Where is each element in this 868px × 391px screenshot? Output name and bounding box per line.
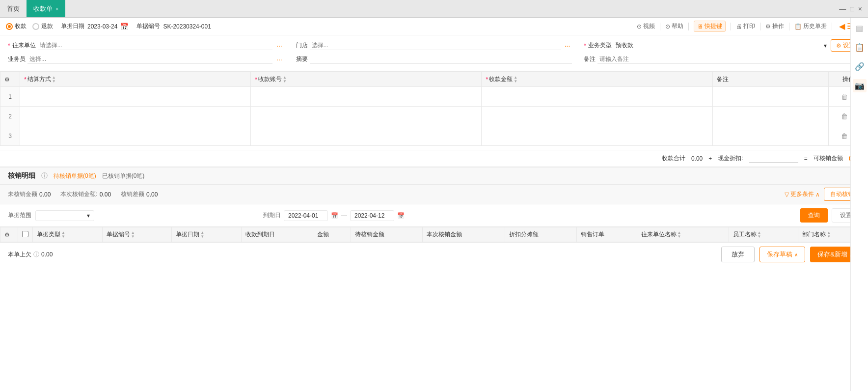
right-panel-table-icon[interactable]: ▤ — [854, 22, 865, 35]
note-input[interactable] — [597, 55, 860, 64]
date-to-calendar-icon[interactable]: 📅 — [397, 212, 405, 219]
operate-btn[interactable]: ⚙ 操作 — [765, 22, 784, 30]
video-btn[interactable]: ⊙ 视频 — [637, 22, 655, 30]
row-3-delete-icon[interactable]: 🗑 — [841, 132, 848, 140]
query-btn[interactable]: 查询 — [800, 208, 828, 223]
stat-diff-value: 0.00 — [146, 191, 158, 198]
tab-active[interactable]: 收款单 × — [27, 0, 65, 17]
table-settings-icon[interactable]: ⚙ — [4, 76, 10, 83]
discard-button[interactable]: 放弃 — [721, 247, 755, 262]
wth-checkbox[interactable] — [18, 227, 33, 242]
print-btn[interactable]: 🖨 打印 — [736, 22, 755, 30]
date-to-input[interactable] — [350, 210, 394, 221]
salesperson-more-btn[interactable]: ··· — [274, 56, 284, 63]
tab-close-icon[interactable]: × — [55, 6, 58, 12]
date-value[interactable]: 2023-03-24 — [87, 23, 117, 30]
select-all-checkbox[interactable] — [22, 231, 28, 237]
summary-row: 收款合计 0.00 + 现金折扣: = 可核销金额 0.00 — [0, 150, 868, 167]
more-conditions-btn[interactable]: ▽ 更多条件 ∧ — [785, 190, 820, 198]
settings-gear-icon: ⚙ — [836, 42, 841, 49]
stat-current-label: 本次核销金额: — [60, 190, 97, 198]
main-content: 收款 退款 单据日期 2023-03-24 📅 单据编号 SK-20230324… — [0, 18, 868, 391]
sort-account-icon[interactable]: ▲▼ — [283, 76, 287, 84]
radio-tuiquan[interactable]: 退款 — [32, 22, 53, 30]
row-1-amount[interactable] — [482, 87, 712, 107]
writeoff-table-area: ⚙ 单据类型 ▲▼ 单据编号 ▲▼ — [0, 227, 868, 242]
row-num-3: 3 — [0, 126, 20, 146]
th-settings[interactable]: ⚙ — [0, 72, 20, 87]
wth-duedate: 收款到期日 — [242, 227, 313, 242]
right-panel-camera-icon[interactable]: 📷 — [853, 79, 867, 92]
form-row-1: * 往来单位 ··· 门店 ··· * 业务类型 预收款 ▾ ⚙ 设置 — [8, 39, 860, 52]
minimize-btn[interactable]: — — [839, 5, 846, 13]
divider-1 — [660, 23, 660, 30]
salesperson-field: 业务员 ··· — [8, 55, 284, 64]
wth-counterpart: 往来单位名称 ▲▼ — [637, 227, 729, 242]
tab-home[interactable]: 首页 — [0, 0, 27, 17]
save-draft-button[interactable]: 保存草稿 ∧ — [760, 247, 805, 262]
search-range-field: 单据范围 ▾ — [8, 210, 253, 221]
order-label: 本单上欠 — [8, 251, 31, 259]
tab-pending[interactable]: 待核销单据(0笔) — [54, 172, 96, 180]
row-1-settlement[interactable] — [20, 87, 251, 107]
row-1-note[interactable] — [712, 87, 828, 107]
search-range-label: 单据范围 — [8, 211, 32, 220]
sort-number-icon[interactable]: ▲▼ — [131, 231, 135, 239]
sort-settlement-icon[interactable]: ▲▼ — [52, 76, 56, 84]
writeoff-section: 核销明细 ⓘ 待核销单据(0笔) 已核销单据(0笔) 未核销金额 0.00 本次… — [0, 167, 868, 242]
writeoff-info-icon[interactable]: ⓘ — [41, 171, 48, 180]
salesperson-input[interactable] — [27, 55, 272, 64]
search-range-select[interactable]: ▾ — [35, 210, 94, 221]
row-3-amount[interactable] — [482, 126, 712, 146]
sort-amount-icon[interactable]: ▲▼ — [514, 76, 517, 84]
required-mark-2: * — [584, 42, 586, 49]
help-btn[interactable]: ⊙ 帮助 — [665, 22, 683, 30]
row-3-account[interactable] — [251, 126, 482, 146]
history-btn[interactable]: 📋 历史单据 — [794, 22, 827, 30]
row-2-settlement[interactable] — [20, 107, 251, 126]
row-3-note[interactable] — [712, 126, 828, 146]
row-2-amount[interactable] — [482, 107, 712, 126]
bottom-bar: 本单上欠 ⓘ 0.00 放弃 保存草稿 ∧ 保存&新增 ∧ — [0, 242, 868, 266]
right-panel-clipboard-icon[interactable]: 📋 — [853, 41, 867, 54]
prev-view-btn[interactable]: ◀ — [839, 22, 845, 31]
maximize-btn[interactable]: □ — [850, 5, 854, 13]
sort-staff-icon[interactable]: ▲▼ — [758, 231, 761, 239]
row-2-account[interactable] — [251, 107, 482, 126]
tab-done[interactable]: 已核销单据(0笔) — [102, 172, 145, 180]
close-btn[interactable]: × — [858, 5, 862, 13]
row-2-delete-icon[interactable]: 🗑 — [841, 112, 848, 120]
stat-unchecked: 未核销金额 0.00 — [8, 190, 51, 198]
date-calendar-icon[interactable]: 📅 — [120, 23, 129, 30]
counterpart-input[interactable] — [38, 41, 272, 50]
store-input[interactable] — [310, 41, 561, 50]
row-2-note[interactable] — [712, 107, 828, 126]
sort-type-icon[interactable]: ▲▼ — [61, 231, 65, 239]
number-label: 单据编号 — [136, 22, 160, 30]
wth-number: 单据编号 ▲▼ — [102, 227, 172, 242]
counterpart-more-btn[interactable]: ··· — [274, 42, 284, 50]
form-area: * 往来单位 ··· 门店 ··· * 业务类型 预收款 ▾ ⚙ 设置 — [0, 35, 868, 71]
summary-input[interactable] — [310, 55, 572, 64]
row-1-account[interactable] — [251, 87, 482, 107]
right-panel-link-icon[interactable]: 🔗 — [853, 60, 867, 73]
row-num-2: 2 — [0, 107, 20, 126]
shortcut-btn[interactable]: 🖥 快捷键 — [694, 21, 726, 32]
row-3-settlement[interactable] — [20, 126, 251, 146]
writeoff-title: 核销明细 — [8, 171, 35, 180]
sort-date-icon[interactable]: ▲▼ — [200, 231, 204, 239]
row-1-delete-icon[interactable]: 🗑 — [841, 93, 848, 101]
sort-dept-icon[interactable]: ▲▼ — [827, 231, 831, 239]
wth-settings[interactable]: ⚙ — [0, 227, 18, 242]
date-from-input[interactable] — [284, 210, 328, 221]
radio-shouquan[interactable]: 收款 — [6, 22, 27, 30]
biztype-dropdown-icon[interactable]: ▾ — [822, 42, 829, 49]
sort-counterpart-icon[interactable]: ▲▼ — [678, 231, 681, 239]
store-more-btn[interactable]: ··· — [563, 42, 572, 50]
radio-group: 收款 退款 — [6, 22, 53, 30]
wth-pending: 待核销金额 — [351, 227, 423, 242]
date-from-calendar-icon[interactable]: 📅 — [331, 212, 338, 219]
stat-diff-label: 核销差额 — [121, 190, 144, 198]
radio-tuiquan-label: 退款 — [41, 22, 53, 30]
summary-discount-input[interactable] — [749, 155, 798, 163]
